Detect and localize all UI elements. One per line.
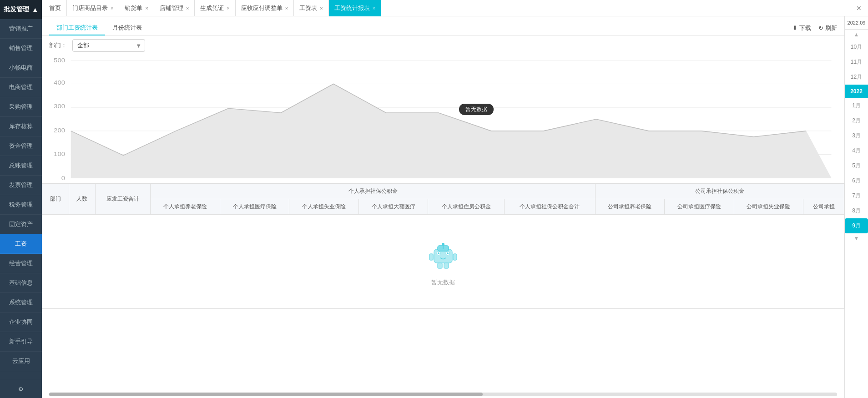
sidebar-item-xtgl[interactable]: 系统管理: [0, 293, 42, 312]
tab-bar-close-button[interactable]: ✕: [852, 5, 866, 12]
time-panel-year-2022[interactable]: 2022: [845, 85, 868, 98]
sidebar-item-gdgz[interactable]: 固定资产: [0, 215, 42, 234]
col-personal-group: 个人承担社保公积金: [151, 184, 595, 199]
time-panel-oct[interactable]: 10月: [845, 40, 868, 55]
sidebar-item-cggl[interactable]: 采购管理: [0, 97, 42, 117]
svg-text:300: 300: [54, 103, 65, 110]
sidebar-item-gz[interactable]: 工资: [0, 234, 42, 254]
tab-payroll[interactable]: 工资表 ×: [294, 0, 328, 16]
svg-point-20: [447, 252, 449, 254]
tab-store-close[interactable]: ×: [186, 5, 189, 11]
sidebar-item-kche[interactable]: 库存核算: [0, 117, 42, 136]
tab-receivable[interactable]: 应收应付调整单 ×: [236, 0, 294, 16]
tab-receivable-close[interactable]: ×: [285, 5, 288, 11]
time-panel-dec[interactable]: 12月: [845, 70, 868, 85]
svg-rect-22: [453, 254, 457, 260]
data-table: 部门 人数 应发工资合计 个人承担社保公积金 公司承担社保公积金 个人承担养老保…: [42, 183, 844, 309]
filter-bar: 部门： 全部 ▼: [42, 35, 844, 55]
line-chart: 0 100 200 300 400 500: [49, 55, 837, 183]
sidebar-item-yxty[interactable]: 营销推广: [0, 19, 42, 39]
sidebar-item-jygl[interactable]: 经营管理: [0, 254, 42, 273]
sidebar-item-fpgl[interactable]: 发票管理: [0, 176, 42, 195]
sidebar-settings-button[interactable]: ⚙: [0, 380, 42, 398]
col-p-pension: 个人承担养老保险: [151, 199, 220, 215]
svg-point-19: [438, 252, 439, 254]
svg-point-16: [442, 243, 444, 246]
col-total: 应发工资合计: [96, 184, 151, 215]
sidebar-item-yyyp[interactable]: 云应用: [0, 352, 42, 371]
col-c-pension: 公司承担养老保险: [595, 199, 664, 215]
tab-sales-close[interactable]: ×: [145, 5, 148, 11]
tab-voucher-close[interactable]: ×: [227, 5, 229, 11]
sidebar-toggle-icon: ▲: [32, 6, 38, 13]
horizontal-scrollbar[interactable]: [49, 393, 837, 396]
svg-text:200: 200: [54, 127, 65, 134]
tab-catalog-close[interactable]: ×: [111, 5, 113, 11]
filter-dept-select[interactable]: 全部: [72, 39, 145, 52]
scrollbar-thumb[interactable]: [49, 393, 483, 396]
filter-dept-wrapper: 全部 ▼: [72, 39, 145, 52]
time-panel-mar[interactable]: 3月: [845, 128, 868, 143]
sub-tab-bar: 部门工资统计表 月份统计表 ⬇ 下载 ↻ 刷新: [42, 16, 844, 35]
col-p-serious: 个人承担大额医疗: [358, 199, 428, 215]
time-panel-down-arrow[interactable]: ▼: [852, 233, 861, 243]
col-dept: 部门: [42, 184, 69, 215]
sidebar-item-zzgl[interactable]: 总账管理: [0, 156, 42, 176]
time-panel: 2022.09 ▲ 10月 11月 12月 2022 1月 2月 3月: [844, 16, 868, 398]
filter-label: 部门：: [49, 41, 67, 50]
time-panel-jul[interactable]: 7月: [845, 188, 868, 203]
content-area: 部门工资统计表 月份统计表 ⬇ 下载 ↻ 刷新: [42, 16, 868, 398]
sub-tab-month[interactable]: 月份统计表: [105, 21, 149, 35]
refresh-button[interactable]: ↻ 刷新: [818, 24, 837, 32]
time-panel-jun[interactable]: 6月: [845, 173, 868, 188]
download-icon: ⬇: [792, 25, 797, 31]
time-panel-sep[interactable]: 9月: [845, 218, 868, 233]
tab-stats[interactable]: 工资统计报表 ×: [329, 0, 381, 16]
sidebar-item-swgl[interactable]: 税务管理: [0, 195, 42, 215]
sidebar-item-xsgl[interactable]: 销售管理: [0, 39, 42, 58]
sidebar-item-qyxt[interactable]: 企业协同: [0, 312, 42, 332]
tab-sales[interactable]: 销货单 ×: [119, 0, 154, 16]
tab-voucher[interactable]: 生成凭证 ×: [195, 0, 235, 16]
empty-robot-icon: [425, 237, 461, 273]
time-panel-nov[interactable]: 11月: [845, 55, 868, 70]
tab-home[interactable]: 首页: [44, 0, 67, 16]
time-panel-may[interactable]: 5月: [845, 158, 868, 173]
main-area: 首页 门店商品目录 × 销货单 × 店铺管理 × 生成凭证 × 应收应付调整单 …: [42, 0, 868, 398]
sidebar-item-xsyd[interactable]: 新手引导: [0, 332, 42, 352]
col-p-unemployment: 个人承担失业保险: [289, 199, 358, 215]
tab-catalog[interactable]: 门店商品目录 ×: [67, 0, 119, 16]
svg-rect-21: [429, 254, 433, 260]
tab-payroll-close[interactable]: ×: [320, 5, 323, 11]
col-c-medical: 公司承担医疗保险: [665, 199, 734, 215]
time-panel-feb[interactable]: 2月: [845, 113, 868, 128]
col-p-medical: 个人承担医疗保险: [220, 199, 289, 215]
tab-bar: 首页 门店商品目录 × 销货单 × 店铺管理 × 生成凭证 × 应收应付调整单 …: [42, 0, 868, 16]
sidebar-item-zjgl[interactable]: 资金管理: [0, 136, 42, 156]
tab-store[interactable]: 店铺管理 ×: [154, 0, 195, 16]
time-panel-up-arrow[interactable]: ▲: [852, 30, 861, 40]
sidebar-item-dsgl[interactable]: 电商管理: [0, 78, 42, 97]
col-count: 人数: [69, 184, 96, 215]
col-p-housing: 个人承担住房公积金: [428, 199, 505, 215]
col-c-other: 公司承担: [803, 199, 844, 215]
sidebar: 批发管理 ▲ 营销推广 销售管理 小畅电商 电商管理 采购管理 库存核算 资金管…: [0, 0, 42, 398]
svg-text:500: 500: [54, 57, 65, 64]
svg-rect-24: [444, 263, 449, 268]
sidebar-header[interactable]: 批发管理 ▲: [0, 0, 42, 19]
sidebar-title: 批发管理: [4, 5, 29, 14]
time-panel-aug[interactable]: 8月: [845, 203, 868, 218]
sub-tab-dept[interactable]: 部门工资统计表: [49, 21, 105, 35]
col-company-group: 公司承担社保公积金: [595, 184, 844, 199]
svg-text:100: 100: [54, 151, 65, 157]
time-panel-jan[interactable]: 1月: [845, 98, 868, 113]
time-panel-apr[interactable]: 4月: [845, 143, 868, 158]
refresh-icon: ↻: [818, 25, 823, 31]
download-button[interactable]: ⬇ 下载: [792, 24, 811, 32]
table-wrapper[interactable]: 部门 人数 应发工资合计 个人承担社保公积金 公司承担社保公积金 个人承担养老保…: [42, 183, 844, 393]
sidebar-item-xdds[interactable]: 小畅电商: [0, 58, 42, 78]
col-c-unemployment: 公司承担失业保险: [734, 199, 803, 215]
sidebar-item-jcxx[interactable]: 基础信息: [0, 273, 42, 293]
tab-stats-close[interactable]: ×: [373, 5, 375, 11]
svg-text:0: 0: [61, 175, 66, 181]
